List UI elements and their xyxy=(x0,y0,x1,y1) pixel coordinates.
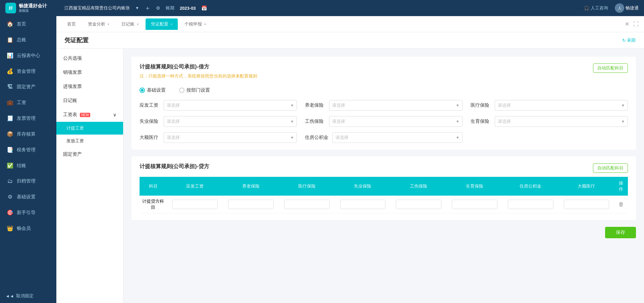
input-maternity[interactable] xyxy=(452,200,497,209)
tab-tax-filing[interactable]: 个税申报 × xyxy=(179,18,211,30)
select-pension[interactable]: 请选择 ▼ xyxy=(329,100,462,111)
sidebar-item-inventory[interactable]: 📦 库存核算 xyxy=(0,126,56,142)
input-pension[interactable] xyxy=(228,200,274,209)
select-medical[interactable]: 请选择 ▼ xyxy=(495,100,628,111)
sidebar-item-funds[interactable]: 💰 资金管理 xyxy=(0,63,56,79)
tab-close-tax[interactable]: × xyxy=(204,22,206,26)
col-pension: 养老保险 xyxy=(223,177,279,196)
tab-close-voucher[interactable]: × xyxy=(170,22,172,26)
field-housing-fund: 住房公积金 请选择 ▼ xyxy=(305,132,462,143)
radio-dept-circle xyxy=(179,88,184,93)
sidebar-item-member[interactable]: 👑 畅会员 xyxy=(0,220,56,236)
field-injury: 工伤保险 请选择 ▼ xyxy=(305,116,462,127)
select-major-medical[interactable]: 请选择 ▼ xyxy=(164,132,297,143)
credit-auto-match-button[interactable]: 自动匹配科目 xyxy=(593,163,628,173)
add-button[interactable]: ＋ xyxy=(145,4,151,12)
tab-bar: 首页 资金分析 × 日记账 × 凭证配置 × 个税申报 × ✕ ⛶ xyxy=(56,16,644,32)
cell-injury xyxy=(391,196,447,213)
label-maternity: 生育保险 xyxy=(471,118,491,124)
debit-auto-match-button[interactable]: 自动匹配科目 xyxy=(593,63,628,73)
app-logo: 好 xyxy=(5,3,16,13)
sidebar-item-salary[interactable]: 💼 工资 xyxy=(0,95,56,110)
sidebar-item-tax[interactable]: 📑 税务管理 xyxy=(0,142,56,158)
left-menu-fixed-assets[interactable]: 固定资产 xyxy=(56,147,123,161)
user-area[interactable]: 人 畅捷通 xyxy=(615,3,639,13)
sidebar-item-settings[interactable]: ⚙ 基础设置 xyxy=(0,189,56,205)
credit-table: 科目 应发工资 养老保险 医疗保险 失业保险 工伤保险 生育保险 住房公积金 大… xyxy=(140,177,628,213)
sidebar-item-ledger[interactable]: 📋 总账 xyxy=(0,32,56,48)
refresh-button[interactable]: ↻ 刷新 xyxy=(622,37,636,43)
delete-row-button[interactable]: 🗑 xyxy=(619,201,624,207)
tab-voucher-config[interactable]: 凭证配置 × xyxy=(146,18,178,30)
company-dropdown[interactable]: ▼ xyxy=(135,6,139,10)
col-subject: 科目 xyxy=(140,177,167,196)
tab-journal[interactable]: 日记账 × xyxy=(116,18,144,30)
unpin-icon: ◄◄ xyxy=(5,294,14,299)
select-housing-fund[interactable]: 请选择 ▼ xyxy=(332,132,462,143)
tab-close-fund[interactable]: × xyxy=(107,22,109,26)
radio-basic[interactable]: 基础设置 xyxy=(140,87,166,93)
left-menu-sales-invoice[interactable]: 销项发票 xyxy=(56,65,123,80)
debit-section: 计提核算规则(公司承担)-借方 注：只能选择一种方式，系统将按照您当前的选择来配… xyxy=(131,57,636,150)
settings-icon: ⚙ xyxy=(7,194,13,200)
period-value: 2023-03 xyxy=(180,6,196,11)
sidebar: 🏠 首页 📋 总账 📊 云报表中心 💰 资金管理 🏗 固定资产 💼 工资 🧾 发… xyxy=(0,16,56,303)
col-injury: 工伤保险 xyxy=(391,177,447,196)
salary-icon: 💼 xyxy=(7,99,13,106)
chevron-down-icon: ▼ xyxy=(456,119,460,123)
left-menu-accrual[interactable]: 计提工资 xyxy=(56,122,123,135)
main-layout: 🏠 首页 📋 总账 📊 云报表中心 💰 资金管理 🏗 固定资产 💼 工资 🧾 发… xyxy=(0,16,644,303)
tax-icon: 📑 xyxy=(7,147,13,153)
input-medical[interactable] xyxy=(284,200,330,209)
label-major-medical: 大额医疗 xyxy=(140,135,160,141)
ledger-icon: 📋 xyxy=(7,37,13,43)
headset-icon: 🎧 xyxy=(584,6,589,11)
select-injury[interactable]: 请选择 ▼ xyxy=(329,116,462,127)
close-all-icon[interactable]: ✕ xyxy=(625,21,629,27)
settings-button[interactable]: ⚙ xyxy=(156,5,160,11)
table-row: 计提贷方科目 🗑 xyxy=(140,196,628,213)
tab-fund-analysis[interactable]: 资金分析 × xyxy=(83,18,115,30)
input-unemployment[interactable] xyxy=(340,200,386,209)
input-gross-salary[interactable] xyxy=(172,200,218,209)
input-housing[interactable] xyxy=(508,200,553,209)
unpin-button[interactable]: ◄◄ 取消固定 xyxy=(0,289,56,303)
field-unemployment: 失业保险 请选择 ▼ xyxy=(140,116,297,127)
sidebar-item-home[interactable]: 🏠 首页 xyxy=(0,16,56,32)
left-menu-pay-salary[interactable]: 发放工资 xyxy=(56,135,123,147)
row-label: 计提贷方科目 xyxy=(140,196,167,213)
select-unemployment[interactable]: 请选择 ▼ xyxy=(164,116,297,127)
avatar: 人 xyxy=(615,3,624,13)
expand-icon[interactable]: ⛶ xyxy=(633,21,639,27)
left-menu: 公共选项 销项发票 进项发票 日记账 工资表 NEW ∨ 计提工资 发放工资 固… xyxy=(56,49,123,303)
label-gross-salary: 应发工资 xyxy=(140,102,160,108)
left-menu-public[interactable]: 公共选项 xyxy=(56,51,123,65)
archive-icon: 🗂 xyxy=(7,178,13,184)
input-injury[interactable] xyxy=(396,200,441,209)
cell-housing xyxy=(502,196,558,213)
sidebar-item-assets[interactable]: 🏗 固定资产 xyxy=(0,79,56,95)
tab-close-journal[interactable]: × xyxy=(137,22,139,26)
radio-dept[interactable]: 按部门设置 xyxy=(179,87,210,93)
sidebar-item-reports[interactable]: 📊 云报表中心 xyxy=(0,48,56,63)
chevron-down-icon: ▼ xyxy=(290,103,294,107)
select-maternity[interactable]: 请选择 ▼ xyxy=(495,116,628,127)
save-button[interactable]: 保存 xyxy=(605,227,636,238)
chevron-down-icon: ∨ xyxy=(113,112,116,117)
left-menu-salary-table[interactable]: 工资表 NEW ∨ xyxy=(56,108,123,122)
sidebar-item-guide[interactable]: 🎯 新手引导 xyxy=(0,205,56,220)
sidebar-item-checkout[interactable]: ✅ 结账 xyxy=(0,158,56,173)
input-major-medical[interactable] xyxy=(564,200,609,209)
left-menu-purchase-invoice[interactable]: 进项发票 xyxy=(56,80,123,94)
support-button[interactable]: 🎧 人工咨询 xyxy=(584,5,608,11)
page-header: 凭证配置 ↻ 刷新 xyxy=(56,32,644,49)
col-gross-salary: 应发工资 xyxy=(167,177,223,196)
label-housing-fund: 住房公积金 xyxy=(305,135,328,141)
sidebar-item-archive[interactable]: 🗂 归档管理 xyxy=(0,173,56,189)
sidebar-item-invoice[interactable]: 🧾 发票管理 xyxy=(0,110,56,126)
left-menu-journal[interactable]: 日记账 xyxy=(56,94,123,108)
select-gross-salary[interactable]: 请选择 ▼ xyxy=(164,100,297,111)
tab-home[interactable]: 首页 xyxy=(62,18,81,30)
refresh-icon: ↻ xyxy=(622,38,626,43)
calendar-icon[interactable]: 📅 xyxy=(201,5,207,11)
